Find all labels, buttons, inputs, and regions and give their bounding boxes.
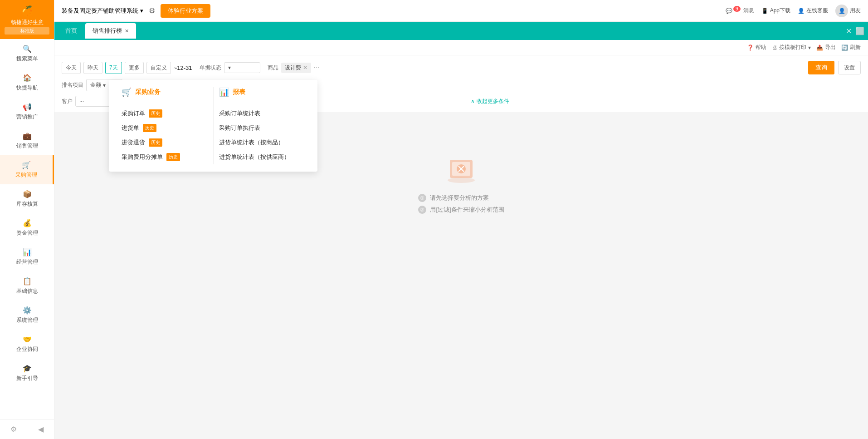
ranking-label: 排名项目 — [62, 81, 83, 89]
sidebar-item-label-finance: 资金管理 — [16, 229, 38, 237]
svg-point-0 — [448, 178, 475, 183]
system-title: 装备及固定资产辅助管理系统 — [62, 7, 138, 15]
user-avatar: 👤 — [835, 5, 848, 17]
query-button[interactable]: 查询 — [808, 61, 834, 74]
refresh-action[interactable]: 🔄 刷新 — [841, 44, 861, 51]
operations-icon: 📊 — [23, 248, 32, 256]
message-item[interactable]: 💬 9 消息 — [726, 7, 754, 15]
sidebar-item-finance[interactable]: 💰资金管理 — [0, 213, 54, 242]
collapse-button[interactable]: ∧ 收起更多条件 — [471, 98, 509, 105]
industry-solution-button[interactable]: 体验行业方案 — [161, 4, 210, 18]
tabbar-right: ✕ ⬜ — [846, 27, 864, 35]
settings-button[interactable]: 设置 — [838, 61, 861, 74]
sidebar-item-label-operations: 经营管理 — [16, 258, 38, 266]
sidebar-item-guide[interactable]: 🎓新手引导 — [0, 359, 54, 388]
export-action[interactable]: 📤 导出 — [816, 44, 836, 51]
tip-num-1: ① — [418, 194, 426, 202]
goods-tag-close[interactable]: ✕ — [303, 64, 307, 71]
tab-home[interactable]: 首页 — [58, 23, 84, 39]
menu-item-purchase-expense-tag: 历史 — [166, 153, 180, 161]
date-custom-btn[interactable]: 自定义 — [146, 62, 171, 74]
sidebar-item-quick[interactable]: 🏠快捷导航 — [0, 68, 54, 97]
menu-item-purchase-order-tag: 历史 — [149, 109, 162, 118]
export-icon: 📤 — [816, 44, 823, 51]
tip-num-2: ② — [418, 206, 426, 214]
sidebar-item-search[interactable]: 🔍搜索菜单 — [0, 39, 54, 68]
menu-item-incoming[interactable]: 进货单 历史 — [122, 121, 208, 135]
menu-item-incoming-return-tag: 历史 — [149, 138, 162, 147]
online-service-icon: 👤 — [798, 8, 805, 14]
date-yesterday-btn[interactable]: 昨天 — [83, 62, 102, 74]
sidebar-item-basic[interactable]: 📋基础信息 — [0, 271, 54, 301]
menu-item-incoming-stat-goods-label: 进货单统计表（按商品） — [219, 138, 284, 147]
empty-tip-1: ① 请先选择要分析的方案 — [418, 194, 504, 202]
purchase-section-icon: 🛒 — [122, 87, 132, 97]
order-status-select[interactable]: ▾ — [224, 62, 260, 73]
order-status-filter: 单据状态 ▾ — [200, 62, 260, 73]
system-icon: ⚙️ — [23, 306, 32, 315]
main-area: 装备及固定资产辅助管理系统 ▾ ⚙ 体验行业方案 💬 9 消息 📱 App下载 … — [54, 0, 868, 439]
print-label: 按模板打印 — [779, 44, 806, 51]
collapse-footer-icon[interactable]: ◀ — [38, 425, 44, 434]
user-label: 用友 — [850, 7, 861, 15]
menu-item-incoming-stat-goods[interactable]: 进货单统计表（按商品） — [219, 135, 305, 150]
tab-window-close-icon[interactable]: ✕ — [846, 27, 852, 35]
menu-item-purchase-order-exec[interactable]: 采购订单执行表 — [219, 121, 305, 135]
help-action[interactable]: ❓ 帮助 — [747, 44, 766, 51]
menu-item-purchase-order-label: 采购订单 — [122, 109, 145, 118]
app-download-item[interactable]: 📱 App下载 — [761, 7, 790, 15]
cooperation-icon: 🤝 — [23, 335, 32, 344]
tab-maximize-icon[interactable]: ⬜ — [855, 27, 864, 35]
export-label: 导出 — [825, 44, 836, 51]
topbar-settings-icon[interactable]: ⚙ — [149, 6, 155, 15]
online-service-label: 在线客服 — [806, 7, 828, 15]
app-download-label: App下载 — [770, 7, 790, 15]
sidebar-item-operations[interactable]: 📊经营管理 — [0, 242, 54, 271]
goods-filter: 商品 设计费 ✕ ··· — [268, 63, 320, 73]
menu-item-incoming-stat-supplier[interactable]: 进货单统计表（按供应商） — [219, 150, 305, 164]
sidebar-item-system[interactable]: ⚙️系统管理 — [0, 301, 54, 330]
sidebar-item-cooperation[interactable]: 🤝企业协同 — [0, 330, 54, 359]
date-7days-btn[interactable]: 7天 — [105, 62, 122, 74]
help-icon: ❓ — [747, 44, 754, 51]
menu-item-incoming-stat-supplier-label: 进货单统计表（按供应商） — [219, 153, 290, 161]
date-more-btn[interactable]: 更多 — [125, 62, 144, 74]
quick-icon: 🏠 — [23, 74, 32, 82]
customer-label: 客户 — [62, 98, 73, 105]
sidebar-item-label-cooperation: 企业协同 — [16, 345, 38, 353]
sidebar-item-purchase[interactable]: 🛒采购管理 — [0, 155, 54, 184]
online-service-item[interactable]: 👤 在线客服 — [798, 7, 828, 15]
user-item[interactable]: 👤 用友 — [835, 5, 861, 17]
order-status-dropdown-icon: ▾ — [228, 64, 231, 71]
sidebar-item-marketing[interactable]: 📢营销推广 — [0, 97, 54, 126]
goods-tag: 设计费 ✕ — [281, 63, 311, 73]
report-section-label: 报表 — [233, 88, 245, 96]
message-label: 消息 — [743, 7, 754, 15]
empty-tip-2: ② 用[过滤]条件来缩小分析范围 — [418, 206, 504, 214]
purchase-icon: 🛒 — [22, 161, 31, 169]
report-section-title: 📊 报表 — [219, 87, 305, 101]
menu-item-incoming-return-label: 进货退货 — [122, 138, 145, 147]
menu-item-purchase-expense[interactable]: 采购费用分摊单 历史 — [122, 150, 208, 164]
goods-dots[interactable]: ··· — [314, 64, 320, 72]
menu-item-incoming-return[interactable]: 进货退货 历史 — [122, 135, 208, 150]
logo-icon: 🍊 — [5, 5, 49, 19]
tab-sales-rank-close[interactable]: ✕ — [125, 28, 129, 34]
customer-dots: ··· — [79, 98, 84, 104]
tab-sales-rank[interactable]: 销售排行榜 ✕ — [85, 23, 136, 39]
settings-footer-icon[interactable]: ⚙ — [10, 425, 17, 434]
menu-item-purchase-expense-label: 采购费用分摊单 — [122, 153, 163, 161]
date-today-btn[interactable]: 今天 — [62, 62, 81, 74]
sidebar-item-label-guide: 新手引导 — [16, 375, 38, 382]
logo: 🍊 畅捷通好生意 标准版 — [0, 0, 54, 39]
system-title-dropdown[interactable]: 装备及固定资产辅助管理系统 ▾ — [62, 7, 143, 15]
sidebar-item-inventory[interactable]: 📦库存核算 — [0, 184, 54, 213]
sidebar-item-sales[interactable]: 💼销售管理 — [0, 126, 54, 155]
print-icon: 🖨 — [772, 44, 777, 51]
menu-item-purchase-order[interactable]: 采购订单 历史 — [122, 106, 208, 121]
print-action[interactable]: 🖨 按模板打印 ▾ — [772, 44, 811, 51]
sales-icon: 💼 — [23, 132, 32, 140]
customer-select[interactable]: ··· — [75, 96, 112, 107]
logo-text: 畅捷通好生意 — [5, 19, 49, 26]
menu-item-purchase-order-stat[interactable]: 采购订单统计表 — [219, 106, 305, 121]
